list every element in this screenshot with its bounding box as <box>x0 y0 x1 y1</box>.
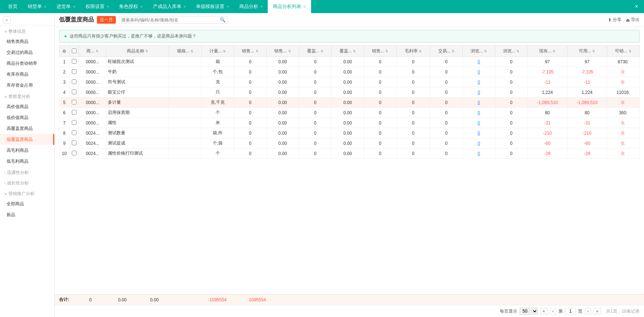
sidebar-item-all-goods[interactable]: 全部商品 <box>0 198 54 209</box>
row-select-checkbox[interactable] <box>72 120 76 125</box>
col-browse2[interactable]: 浏览... ⇅ <box>495 46 527 57</box>
row-browse1[interactable]: 0 <box>463 148 495 159</box>
nav-tab-permission[interactable]: 权限设置 × <box>80 0 114 13</box>
row-checkbox[interactable] <box>70 118 79 128</box>
col-current-stock[interactable]: 现有... ⇅ <box>527 46 567 57</box>
col-code[interactable]: 商... ⇅ <box>79 46 106 57</box>
col-sales-qty[interactable]: 销售... ⇅ <box>234 46 266 57</box>
col-coverage2[interactable]: 覆盖... ⇅ <box>331 46 364 57</box>
browse1-link[interactable]: 0 <box>478 100 480 105</box>
nav-tab-finished-goods[interactable]: 产成品入库单 × <box>148 0 191 13</box>
browse1-link[interactable]: 0 <box>478 120 480 126</box>
page-size-select[interactable]: 50 100 200 <box>519 308 538 315</box>
row-select-checkbox[interactable] <box>72 79 76 84</box>
col-available[interactable]: 可用... ⇅ <box>567 46 607 57</box>
row-checkbox[interactable] <box>70 98 79 108</box>
row-select-checkbox[interactable] <box>72 69 76 74</box>
sidebar-item-sales-goods[interactable]: 销售类商品 <box>0 36 54 47</box>
nav-tab-purchase[interactable]: 进货单 × <box>51 0 80 13</box>
sidebar-item-category-turnover[interactable]: 商品分类动销率 <box>0 58 54 69</box>
sidebar-item-high-coverage[interactable]: 高覆盖度商品 <box>0 123 54 134</box>
nav-tab-permission-close[interactable]: × <box>107 0 109 13</box>
sidebar-item-low-coverage[interactable]: 低覆盖度商品 <box>0 134 54 145</box>
browse1-link[interactable]: 0 <box>478 110 480 115</box>
nav-tab-sales-close[interactable]: × <box>44 0 46 13</box>
sidebar-section-overall[interactable]: ∨ 整体信息 <box>0 25 54 36</box>
col-sales3[interactable]: 销售... ⇅ <box>364 46 396 57</box>
col-name[interactable]: 商品名称 ⇅ <box>106 46 169 57</box>
row-select-checkbox[interactable] <box>72 100 76 104</box>
row-select-checkbox[interactable] <box>72 151 76 155</box>
col-unit[interactable]: 计量... ⇅ <box>201 46 234 57</box>
browse1-link[interactable]: 0 <box>478 141 480 146</box>
row-select-checkbox[interactable] <box>72 90 76 94</box>
sidebar-section-growth[interactable]: › 成长性分析 <box>0 177 54 188</box>
next-page-button[interactable]: › <box>585 308 591 314</box>
col-settings[interactable]: ⚙ <box>59 46 70 57</box>
row-browse1[interactable]: 0 <box>463 98 495 108</box>
page-number-input[interactable] <box>565 308 576 314</box>
row-select-checkbox[interactable] <box>72 59 76 64</box>
nav-tab-product-analysis[interactable]: 商品分析 × <box>234 0 268 13</box>
row-browse1[interactable]: 0 <box>463 128 495 138</box>
nav-tab-product-analysis-list-close[interactable]: × <box>303 0 306 13</box>
nav-tab-template-close[interactable]: × <box>227 0 229 13</box>
row-browse1[interactable]: 0 <box>463 118 495 128</box>
prev-page-button[interactable]: ‹ <box>550 308 556 314</box>
nav-tab-purchase-close[interactable]: × <box>73 0 75 13</box>
collapse-sidebar-button[interactable]: « <box>3 16 11 24</box>
col-sales-amount[interactable]: 销售... ⇅ <box>266 46 299 57</box>
row-browse1[interactable]: 0 <box>463 108 495 118</box>
first-page-button[interactable]: « <box>540 308 548 314</box>
row-checkbox[interactable] <box>70 57 79 67</box>
search-icon[interactable]: 🔍 <box>220 17 225 23</box>
browse1-link[interactable]: 0 <box>478 80 480 85</box>
nav-tab-role[interactable]: 角色授权 × <box>114 0 148 13</box>
browse1-link[interactable]: 0 <box>478 151 480 156</box>
col-coverage1[interactable]: 覆盖... ⇅ <box>299 46 331 57</box>
sidebar-item-low-margin[interactable]: 低毛利商品 <box>0 156 54 167</box>
nav-tab-finished-goods-close[interactable]: × <box>184 0 186 13</box>
col-gross-margin[interactable]: 毛利率 ⇅ <box>396 46 430 57</box>
row-browse1[interactable]: 0 <box>463 77 495 87</box>
browse1-link[interactable]: 0 <box>478 131 480 136</box>
sidebar-item-high-value[interactable]: 高价值商品 <box>0 101 54 112</box>
browse1-link[interactable]: 0 <box>478 59 480 64</box>
col-saleable[interactable]: 可销... ⇅ <box>607 46 639 57</box>
row-browse1[interactable]: 0 <box>463 67 495 77</box>
sidebar-section-liquidity[interactable]: › 流通性分析 <box>0 167 54 177</box>
data-table-container[interactable]: ⚙ 商... ⇅ 商品名称 ⇅ 规格... ⇅ 计量... ⇅ 销售... ⇅ … <box>55 45 644 294</box>
row-select-checkbox[interactable] <box>72 110 76 115</box>
sidebar-item-low-value[interactable]: 低价值商品 <box>0 112 54 123</box>
row-select-checkbox[interactable] <box>72 140 76 145</box>
share-button[interactable]: ⬆ 分享 <box>608 17 621 23</box>
row-checkbox[interactable] <box>70 77 79 87</box>
sidebar-item-inventory-capital[interactable]: 库存资金占用 <box>0 80 54 91</box>
nav-tab-home[interactable]: 首页 <box>3 0 23 13</box>
sidebar-section-group-analysis[interactable]: ∨ 类群度分析 <box>0 91 54 101</box>
sidebar-item-new-goods[interactable]: 新品 <box>0 209 54 220</box>
nav-tab-sales[interactable]: 销货单 × <box>23 0 51 13</box>
row-checkbox[interactable] <box>70 148 79 159</box>
browse1-link[interactable]: 0 <box>478 70 480 75</box>
search-input[interactable] <box>121 17 218 23</box>
nav-tab-template[interactable]: 单据模板设置 × <box>191 0 234 13</box>
row-checkbox[interactable] <box>70 128 79 138</box>
nav-tab-role-close[interactable]: × <box>140 0 142 13</box>
row-checkbox[interactable] <box>70 108 79 118</box>
sidebar-item-traded-goods[interactable]: 交易过的商品 <box>0 47 54 58</box>
export-button[interactable]: ⏏ 导出 <box>626 17 640 23</box>
col-browse1[interactable]: 浏览... ⇅ <box>463 46 495 57</box>
row-browse1[interactable]: 0 <box>463 138 495 148</box>
row-checkbox[interactable] <box>70 138 79 148</box>
row-checkbox[interactable] <box>70 87 79 98</box>
row-checkbox[interactable] <box>70 67 79 77</box>
sidebar-item-high-margin[interactable]: 高毛利商品 <box>0 145 54 156</box>
nav-tab-product-analysis-close[interactable]: × <box>260 0 263 13</box>
row-browse1[interactable]: 0 <box>463 57 495 67</box>
col-transaction[interactable]: 交易... ⇅ <box>430 46 463 57</box>
browse1-link[interactable]: 0 <box>478 90 480 95</box>
select-all-checkbox[interactable] <box>72 48 76 53</box>
last-page-button[interactable]: » <box>593 308 601 314</box>
close-all-button[interactable]: × <box>632 3 641 10</box>
